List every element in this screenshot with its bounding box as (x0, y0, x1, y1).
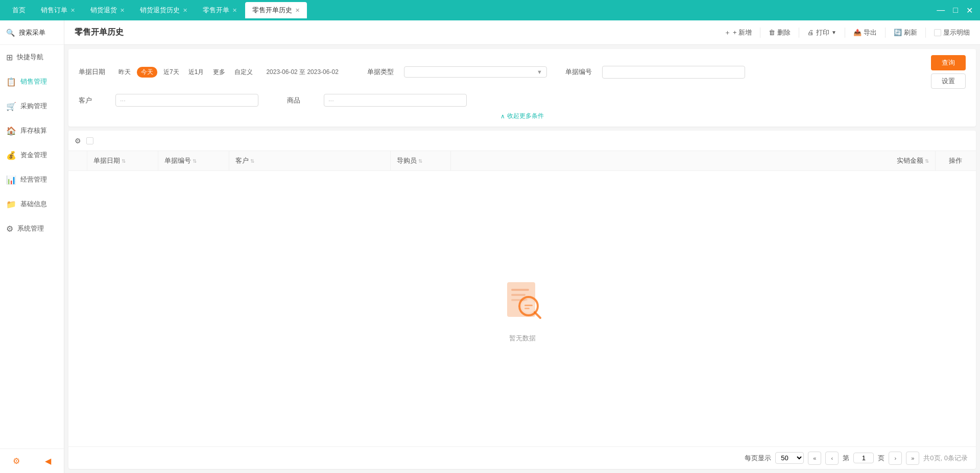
date-btn-custom[interactable]: 自定义 (231, 67, 256, 78)
export-button[interactable]: 📤 导出 (853, 28, 877, 37)
sidebar-item-basic-info[interactable]: 📁 基础信息 (0, 192, 64, 216)
last-page-button[interactable]: » (906, 452, 919, 465)
pagination: 每页显示 50 10 20 100 « ‹ 第 页 › » 共0页, 0条记录 (68, 446, 976, 469)
sidebar-label-finance: 资金管理 (20, 151, 47, 160)
per-page-select[interactable]: 50 10 20 100 (775, 452, 804, 464)
sidebar-icon-sales-mgmt: 📋 (6, 77, 16, 87)
date-btn-last7[interactable]: 近7天 (160, 67, 182, 78)
minimize-button[interactable]: — (935, 6, 947, 15)
tab-label-sales-return: 销货退货 (90, 6, 117, 15)
table-settings-icon[interactable]: ⚙ (75, 137, 81, 145)
sidebar-search[interactable]: 🔍 搜索采单 (0, 20, 64, 45)
divider-2 (799, 28, 799, 38)
page-label-before: 第 (843, 454, 849, 463)
tab-sales-order[interactable]: 销售订单✕ (34, 2, 82, 18)
page-title: 零售开单历史 (75, 27, 724, 38)
tab-close-sales-return-history[interactable]: ✕ (183, 7, 187, 14)
sidebar-item-quick-nav[interactable]: ⊞ 快捷导航 (0, 45, 64, 69)
th-ops: 操作 (935, 151, 976, 171)
tab-sales-return-history[interactable]: 销货退货历史✕ (133, 2, 195, 18)
filter-area: 单据日期 昨天 今天 近7天 近1月 更多 自定义 2023-06-02 至 2… (68, 49, 976, 127)
svg-rect-7 (524, 305, 533, 306)
customer-select[interactable]: ··· (115, 94, 258, 107)
date-btn-more[interactable]: 更多 (210, 67, 228, 78)
empty-text: 暂无数据 (509, 334, 536, 343)
display-detail-checkbox[interactable] (934, 29, 941, 36)
delete-button[interactable]: 🗑 删除 (769, 28, 791, 37)
date-filter-label: 单据日期 (79, 67, 107, 77)
select-all-checkbox[interactable] (86, 137, 93, 144)
sidebar-icon-inventory: 🏠 (6, 126, 16, 136)
data-table: 单据日期 ⇅ 单据编号 ⇅ 客户 (68, 151, 976, 171)
settings-button[interactable]: 设置 (931, 73, 966, 89)
th-amount[interactable]: 实销金额 ⇅ (451, 151, 935, 171)
sidebar-icon-purchase-mgmt: 🛒 (6, 102, 16, 111)
first-page-button[interactable]: « (808, 452, 821, 465)
tab-home[interactable]: 首页 (5, 2, 33, 18)
toolbar: ＋ + 新增 🗑 删除 🖨 打印 ▼ 📤 导出 (724, 28, 970, 38)
divider-5 (925, 28, 926, 38)
product-select[interactable]: ··· (324, 94, 467, 107)
print-dropdown-icon: ▼ (831, 30, 836, 35)
display-detail-button[interactable]: 显示明细 (934, 28, 970, 37)
print-button[interactable]: 🖨 打印 ▼ (807, 28, 836, 37)
maximize-button[interactable]: □ (951, 6, 960, 15)
th-number[interactable]: 单据编号 ⇅ (158, 151, 229, 171)
collapse-icon: ∧ (500, 113, 505, 120)
close-button[interactable]: ✕ (964, 6, 975, 15)
th-guide[interactable]: 导购员 ⇅ (390, 151, 451, 171)
tab-close-sales-order[interactable]: ✕ (70, 7, 75, 14)
tab-label-retail-open-history: 零售开单历史 (252, 6, 292, 15)
sidebar-item-sales-mgmt[interactable]: 📋 销售管理 (0, 69, 64, 94)
sidebar-search-label: 搜索采单 (19, 28, 45, 37)
tab-label-sales-order: 销售订单 (41, 6, 67, 15)
table-container: ⚙ 单据日期 ⇅ 单据 (68, 131, 976, 469)
prev-page-button[interactable]: ‹ (825, 452, 839, 465)
tab-close-sales-return[interactable]: ✕ (120, 7, 125, 14)
next-page-button[interactable]: › (889, 452, 902, 465)
tab-retail-open-history[interactable]: 零售开单历史✕ (245, 2, 307, 18)
sidebar-item-finance[interactable]: 💰 资金管理 (0, 143, 64, 167)
th-customer[interactable]: 客户 ⇅ (229, 151, 390, 171)
tab-close-retail-open[interactable]: ✕ (232, 7, 237, 14)
sidebar-label-inventory: 库存核算 (20, 126, 47, 135)
sidebar-item-system-mgmt[interactable]: ⚙ 系统管理 (0, 216, 64, 241)
sidebar-bottom: ⚙ ◀ (0, 449, 64, 473)
print-icon: 🖨 (807, 29, 814, 36)
sidebar-item-purchase-mgmt[interactable]: 🛒 采购管理 (0, 94, 64, 118)
sidebar-item-inventory[interactable]: 🏠 库存核算 (0, 118, 64, 143)
delete-label: 删除 (777, 28, 791, 37)
refresh-icon: 🔄 (894, 29, 902, 36)
filter-row-1: 单据日期 昨天 今天 近7天 近1月 更多 自定义 2023-06-02 至 2… (79, 55, 966, 89)
sidebar-icon-finance: 💰 (6, 151, 16, 160)
tab-sales-return[interactable]: 销货退货✕ (83, 2, 132, 18)
add-button[interactable]: ＋ + 新增 (724, 28, 752, 37)
date-btn-yesterday[interactable]: 昨天 (115, 67, 134, 78)
print-label: 打印 (816, 28, 829, 37)
sidebar-item-operations[interactable]: 📊 经营管理 (0, 167, 64, 192)
date-filter-buttons: 昨天 今天 近7天 近1月 更多 自定义 (115, 67, 256, 78)
sort-icon-date: ⇅ (122, 158, 126, 164)
order-number-input[interactable] (602, 66, 745, 79)
order-type-select[interactable]: ▼ (404, 66, 547, 78)
date-btn-last1month[interactable]: 近1月 (185, 67, 207, 78)
tab-retail-open[interactable]: 零售开单✕ (196, 2, 244, 18)
display-detail-label: 显示明细 (943, 28, 970, 37)
tab-bar: 首页销售订单✕销货退货✕销货退货历史✕零售开单✕零售开单历史✕ (5, 2, 935, 18)
product-value: ··· (328, 96, 462, 104)
sidebar-icon-operations: 📊 (6, 175, 16, 185)
filter-collapse-btn[interactable]: ∧ 收起更多条件 (79, 112, 966, 120)
page-label-after: 页 (878, 454, 885, 463)
tab-label-retail-open: 零售开单 (203, 6, 229, 15)
sidebar-collapse-icon[interactable]: ◀ (45, 456, 51, 466)
search-icon: 🔍 (6, 29, 15, 37)
query-button[interactable]: 查询 (931, 55, 966, 70)
th-date[interactable]: 单据日期 ⇅ (87, 151, 158, 171)
refresh-button[interactable]: 🔄 刷新 (894, 28, 917, 37)
date-btn-today[interactable]: 今天 (137, 67, 157, 78)
page-number-input[interactable] (853, 453, 874, 463)
sidebar-settings-icon[interactable]: ⚙ (13, 456, 20, 466)
sort-icon-guide: ⇅ (418, 158, 422, 164)
tab-close-retail-open-history[interactable]: ✕ (295, 7, 300, 14)
tab-label-sales-return-history: 销货退货历史 (140, 6, 180, 15)
